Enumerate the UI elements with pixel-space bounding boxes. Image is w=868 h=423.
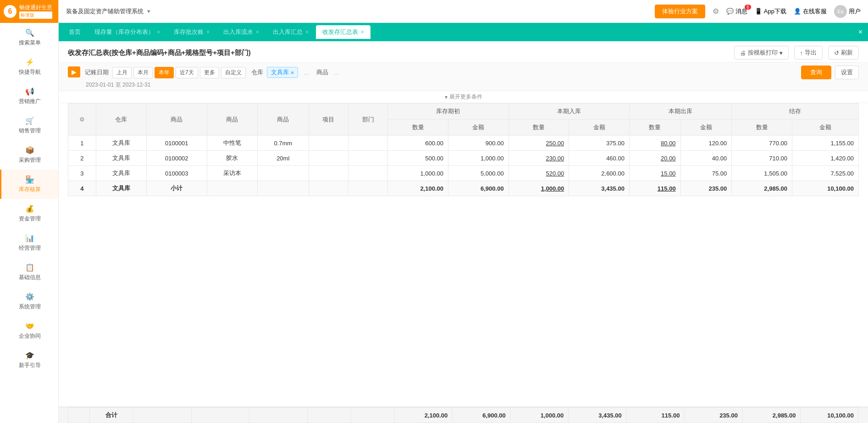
print-template-button[interactable]: 🖨 按模板打印 ▾: [734, 46, 789, 60]
refresh-button[interactable]: ↺ 刷新: [828, 46, 859, 60]
date-this-year[interactable]: 本年: [155, 67, 174, 78]
logo-icon: 6: [4, 5, 17, 18]
subtotal-out-qty[interactable]: 115.00: [629, 181, 680, 196]
total-out-qty: 115.00: [626, 408, 685, 423]
subtotal-warehouse: 文具库: [96, 181, 146, 196]
warehouse-tag-value: 文具库: [271, 68, 289, 77]
tab-flow-close[interactable]: ×: [256, 29, 259, 35]
tab-summary[interactable]: 出入库汇总 ×: [266, 25, 315, 39]
sidebar-item-purchase[interactable]: 📦 采购管理: [0, 140, 58, 170]
total-empty4: [307, 408, 351, 423]
tab-flow[interactable]: 出入库流水 ×: [217, 25, 265, 39]
purchase-icon: 📦: [25, 146, 34, 154]
inventory-icon: 🏪: [25, 175, 34, 184]
date-7-days[interactable]: 近7天: [176, 67, 198, 78]
user-menu[interactable]: Ea 用户: [834, 5, 861, 18]
tab-recv-summary-close[interactable]: ×: [361, 29, 364, 35]
sidebar-item-collab[interactable]: 🤝 企业协同: [0, 316, 58, 346]
sidebar-item-basic[interactable]: 📋 基础信息: [0, 258, 58, 287]
sidebar-item-label: 销售管理: [19, 127, 41, 135]
sidebar-item-guide[interactable]: 🎓 新手引导: [0, 346, 58, 375]
support-button[interactable]: 👤 在线客服: [794, 7, 827, 16]
row2-goods-spec: 20ml: [257, 151, 309, 166]
row1-out-amt: 120.00: [680, 136, 732, 151]
refresh-icon: ↺: [834, 49, 839, 56]
sales-icon: 🛒: [25, 116, 34, 125]
tab-batch-close[interactable]: ×: [206, 29, 210, 35]
total-open-qty: 2,100.00: [394, 408, 453, 423]
row2-out-qty[interactable]: 20.00: [629, 151, 680, 166]
row1-in-amt: 375.00: [569, 136, 630, 151]
settings-gear-icon[interactable]: ⚙: [713, 7, 719, 16]
total-empty0: [68, 408, 90, 423]
row3-goods-name: 采访本: [207, 166, 257, 181]
warehouse-dots[interactable]: ...: [302, 69, 311, 76]
filter-toggle-button[interactable]: ▶: [68, 66, 80, 77]
date-this-month[interactable]: 本月: [133, 67, 153, 78]
date-more[interactable]: 更多: [200, 67, 219, 78]
row2-in-qty[interactable]: 230.00: [509, 151, 569, 166]
filter-row: ▶ 记账日期 上月 本月 本年 近7天 更多 自定义: [59, 62, 868, 91]
warehouse-tag-close[interactable]: ×: [291, 69, 294, 76]
expand-label: 展开更多条件: [449, 93, 482, 101]
date-prev-month[interactable]: 上月: [112, 67, 132, 78]
tab-summary-close[interactable]: ×: [305, 29, 309, 35]
th-close-amt: 金额: [792, 120, 858, 136]
settings-button[interactable]: 设置: [835, 66, 859, 79]
sidebar-item-inventory[interactable]: 🏪 库存核算: [0, 170, 58, 199]
row2-close-qty: 710.00: [732, 151, 792, 166]
row2-project: [309, 151, 348, 166]
total-empty2: [191, 408, 249, 423]
data-table: ⚙ 仓库 商品 商品 商品 项目 部门 库存期初 本期入库 本期出库 结存: [68, 103, 859, 196]
subtotal-in-qty[interactable]: 1,000.00: [509, 181, 569, 196]
sidebar-item-sales[interactable]: 🛒 销售管理: [0, 111, 58, 140]
date-custom[interactable]: 自定义: [221, 67, 246, 78]
expand-icon: ▾: [445, 94, 448, 100]
sidebar-item-finance[interactable]: 💰 资金管理: [0, 199, 58, 228]
table-settings-icon[interactable]: ⚙: [79, 116, 85, 123]
subtotal-out-amt: 235.00: [680, 181, 732, 196]
filter-expand-button[interactable]: ▾ 展开更多条件: [445, 93, 482, 101]
export-button[interactable]: ↑ 导出: [794, 46, 823, 60]
tab-home[interactable]: 首页: [62, 25, 87, 39]
row1-out-qty[interactable]: 80.00: [629, 136, 680, 151]
sidebar-item-operations[interactable]: 📊 经营管理: [0, 228, 58, 258]
total-empty1: [133, 408, 192, 423]
th-goods-code: 商品: [146, 104, 207, 136]
tab-stock[interactable]: 现存量（库存分布表） ×: [88, 25, 166, 39]
tab-recv-summary[interactable]: 收发存汇总表 ×: [316, 25, 370, 39]
total-in-amt: 3,435.00: [569, 408, 627, 423]
message-icon: 💬: [726, 8, 734, 15]
sidebar-item-system[interactable]: ⚙️ 系统管理: [0, 287, 58, 316]
subtotal-empty3: [309, 181, 348, 196]
system-icon: ⚙️: [25, 292, 34, 301]
warehouse-tag[interactable]: 文具库 ×: [267, 67, 299, 78]
tab-home-label: 首页: [69, 28, 81, 36]
row3-in-qty[interactable]: 520.00: [509, 166, 569, 181]
sidebar-item-quick[interactable]: ⚡ 快捷导航: [0, 52, 58, 82]
goods-filter: 商品 ...: [316, 68, 341, 77]
date-label: 记账日期: [85, 68, 109, 77]
print-icon: 🖨: [740, 49, 746, 56]
filter-action-buttons: 查询 设置: [801, 66, 859, 79]
tab-stock-close[interactable]: ×: [157, 29, 160, 35]
row3-out-qty[interactable]: 15.00: [629, 166, 680, 181]
app-label: App下载: [764, 7, 786, 16]
query-button[interactable]: 查询: [801, 66, 831, 79]
sidebar-item-search[interactable]: 🔍 搜索菜单: [0, 23, 58, 52]
row3-warehouse: 文具库: [96, 166, 146, 181]
message-button[interactable]: 💬 消息 6: [726, 7, 747, 16]
subtotal-in-amt: 3,435.00: [569, 181, 630, 196]
app-download-button[interactable]: 📱 App下载: [755, 7, 786, 16]
subtotal-open-amt: 6,900.00: [448, 181, 509, 196]
finance-icon: 💰: [25, 204, 34, 213]
trial-button[interactable]: 体验行业方案: [655, 5, 705, 18]
th-close-qty: 数量: [732, 120, 792, 136]
collab-icon: 🤝: [25, 322, 34, 330]
sidebar-item-marketing[interactable]: 📢 营销推广: [0, 82, 58, 111]
goods-dots[interactable]: ...: [332, 69, 341, 76]
tabbar-close-button[interactable]: ×: [857, 26, 864, 38]
tab-batch[interactable]: 库存批次账 ×: [167, 25, 216, 39]
row1-in-qty[interactable]: 250.00: [509, 136, 569, 151]
row1-close-qty: 770.00: [732, 136, 792, 151]
